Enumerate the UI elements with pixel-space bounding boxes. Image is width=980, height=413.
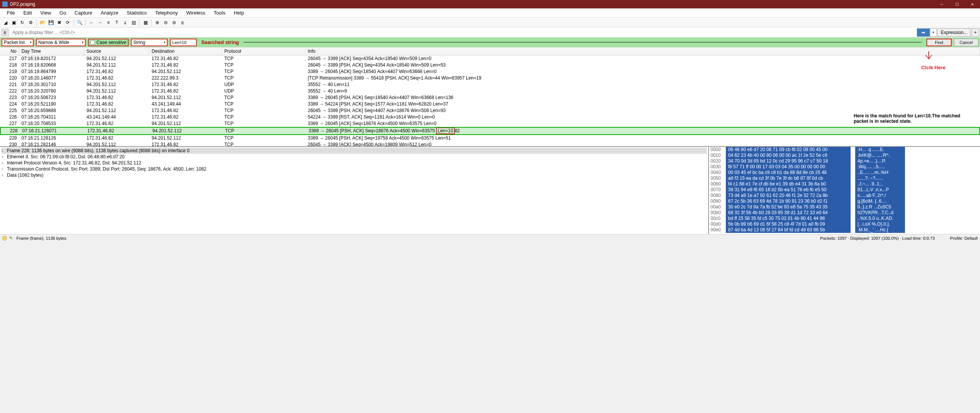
menu-file[interactable]: File bbox=[3, 9, 19, 16]
packet-list[interactable]: No Day Time Source Destination Protocol … bbox=[0, 47, 980, 147]
hex-row[interactable]: 00a030 e0 2c 7d 9a 7a fb 52 be 93 e8 5a … bbox=[709, 204, 980, 210]
menu-wireless[interactable]: Wireless bbox=[182, 9, 209, 16]
hex-row[interactable]: 001004 62 23 4b 40 00 80 06 00 00 ac 1f … bbox=[709, 153, 980, 158]
search-in-dropdown[interactable]: Packet list▾ bbox=[2, 39, 34, 46]
packet-bytes-pane[interactable]: 000006 48 80 e6 d7 20 06 71 09 cb f8 02 … bbox=[709, 147, 980, 234]
filter-bookmark-icon[interactable]: ▮ bbox=[1, 28, 9, 37]
hex-row[interactable]: 000006 48 80 e6 d7 20 06 71 09 cb f8 02 … bbox=[709, 147, 980, 153]
save-file-icon[interactable]: 💾 bbox=[47, 19, 55, 26]
stop-capture-icon[interactable]: ▣ bbox=[10, 19, 18, 26]
hex-row[interactable]: 00d05b 0b 89 b6 69 d1 6f 58 25 c8 4f 7d … bbox=[709, 221, 980, 227]
apply-filter-button[interactable]: ➡ bbox=[917, 28, 930, 37]
col-time-header[interactable]: Day Time bbox=[19, 47, 84, 55]
autoscroll-icon[interactable]: ▤ bbox=[130, 19, 137, 26]
col-destination-header[interactable]: Destination bbox=[149, 47, 222, 55]
minimize-button[interactable]: ─ bbox=[934, 0, 949, 8]
hex-row[interactable]: 007038 31 94 e9 f6 65 16 b2 6b ea 51 78 … bbox=[709, 187, 980, 193]
start-capture-icon[interactable]: ◢ bbox=[2, 19, 9, 26]
expert-info-led[interactable] bbox=[2, 236, 7, 241]
find-icon[interactable]: 🔍 bbox=[76, 19, 83, 26]
menu-view[interactable]: View bbox=[36, 9, 55, 16]
detail-line[interactable]: ›Frame 228: 1136 bytes on wire (9088 bit… bbox=[2, 148, 707, 154]
add-filter-button[interactable]: + bbox=[972, 28, 979, 37]
chevron-right-icon[interactable]: › bbox=[2, 154, 5, 159]
packet-list-header[interactable]: No Day Time Source Destination Protocol … bbox=[0, 47, 980, 55]
detail-line[interactable]: ›Ethernet II, Src: 06:71:09:cb:f8:02, Ds… bbox=[2, 154, 707, 160]
hex-row[interactable]: 004000 03 45 ef bc ba c9 c8 b1 da 86 6d … bbox=[709, 170, 980, 176]
packet-row[interactable]: 22307:16:20.506723172.31.46.8294.201.52.… bbox=[0, 94, 980, 101]
colorize-icon[interactable]: ▦ bbox=[142, 19, 149, 26]
search-type-dropdown[interactable]: String▾ bbox=[131, 39, 168, 46]
detail-line[interactable]: ›Internet Protocol Version 4, Src: 172.3… bbox=[2, 160, 707, 166]
case-sensitive-checkbox[interactable]: Case sensitive bbox=[88, 39, 129, 46]
packet-row[interactable]: 22607:16:20.70431143.241.149.44172.31.46… bbox=[0, 114, 980, 120]
menu-help[interactable]: Help bbox=[230, 9, 248, 16]
next-icon[interactable]: → bbox=[96, 19, 104, 26]
zoom-out-icon[interactable]: ⊖ bbox=[162, 19, 170, 26]
col-source-header[interactable]: Source bbox=[84, 47, 149, 55]
packet-row[interactable]: 22807:16:21.126071172.31.46.8294.201.52.… bbox=[0, 127, 980, 135]
menu-capture[interactable]: Capture bbox=[71, 9, 96, 16]
hex-row[interactable]: 002034 70 0d 3d 65 bd 12 0c cd 29 95 96 … bbox=[709, 158, 980, 164]
hex-row[interactable]: 0060f4 c1 66 e1 7e cf db be e1 39 db e4 … bbox=[709, 181, 980, 187]
prev-icon[interactable]: ← bbox=[88, 19, 95, 26]
detail-line[interactable]: ›Data (1082 bytes) bbox=[2, 172, 707, 178]
packet-row[interactable]: 23007:16:21.28214694.201.52.112172.31.46… bbox=[0, 141, 980, 147]
chevron-right-icon[interactable]: › bbox=[2, 166, 5, 172]
go-last-icon[interactable]: ⤓ bbox=[121, 19, 129, 26]
hex-row[interactable]: 00b068 32 3f 56 4b b0 26 03 85 38 d1 1d … bbox=[709, 210, 980, 216]
packet-row[interactable]: 21907:16:19.864799172.31.46.8294.201.52.… bbox=[0, 68, 980, 75]
resize-columns-icon[interactable]: ⫼ bbox=[179, 19, 186, 26]
detail-line[interactable]: ›Transmission Control Protocol, Src Port… bbox=[2, 166, 707, 172]
menu-edit[interactable]: Edit bbox=[20, 9, 36, 16]
chevron-right-icon[interactable]: › bbox=[2, 172, 5, 178]
go-first-icon[interactable]: ⤒ bbox=[113, 19, 121, 26]
packet-row[interactable]: 22407:16:20.521190172.31.46.8243.241.149… bbox=[0, 101, 980, 107]
display-filter-input[interactable] bbox=[10, 28, 917, 37]
hex-row[interactable]: 0030f8 57 71 ff 00 00 17 03 03 04 35 00 … bbox=[709, 164, 980, 170]
menu-go[interactable]: Go bbox=[56, 9, 70, 16]
edit-prefs-icon[interactable]: ✎ bbox=[9, 236, 13, 241]
chevron-right-icon[interactable]: › bbox=[2, 160, 5, 166]
zoom-reset-icon[interactable]: ⊜ bbox=[170, 19, 178, 26]
filter-history-dropdown[interactable]: ▾ bbox=[930, 28, 937, 37]
menu-telephony[interactable]: Telephony bbox=[151, 9, 181, 16]
menu-statistics[interactable]: Statistics bbox=[123, 9, 150, 16]
restart-capture-icon[interactable]: ↻ bbox=[18, 19, 26, 26]
maximize-button[interactable]: ☐ bbox=[949, 0, 965, 8]
hex-row[interactable]: 00c0bd ff 25 58 35 fd c5 30 75 02 01 4b … bbox=[709, 216, 980, 221]
packet-row[interactable]: 22007:16:20.146077172.31.46.82222.222.99… bbox=[0, 75, 980, 81]
col-protocol-header[interactable]: Protocol bbox=[222, 47, 305, 55]
packet-row[interactable]: 22907:16:21.126126172.31.46.8294.201.52.… bbox=[0, 135, 980, 141]
cancel-button[interactable]: Cancel bbox=[954, 39, 978, 46]
packet-details-pane[interactable]: ›Frame 228: 1136 bytes on wire (9088 bit… bbox=[0, 147, 709, 234]
hex-row[interactable]: 009067 2c 5b 36 63 69 4d 78 1b 90 91 23 … bbox=[709, 198, 980, 204]
search-value-input[interactable] bbox=[170, 39, 197, 46]
packet-row[interactable]: 22707:16:20.708533172.31.46.8294.201.52.… bbox=[0, 120, 980, 127]
packet-row[interactable]: 22507:16:20.65988894.201.52.112172.31.46… bbox=[0, 107, 980, 114]
packet-row[interactable]: 21707:16:19.82017294.201.52.112172.31.46… bbox=[0, 55, 980, 62]
zoom-in-icon[interactable]: ⊕ bbox=[154, 19, 161, 26]
status-profile[interactable]: Profile: Default bbox=[950, 236, 978, 241]
goto-icon[interactable]: ≡ bbox=[105, 19, 112, 26]
menu-analyze[interactable]: Analyze bbox=[97, 9, 122, 16]
hex-row[interactable]: 00e087 4d ba 4d 13 08 5f 27 84 bf fd cd … bbox=[709, 227, 980, 233]
packet-row[interactable]: 21807:16:19.82066894.201.52.112172.31.46… bbox=[0, 62, 980, 68]
col-info-header[interactable]: Info bbox=[305, 47, 980, 55]
chevron-right-icon[interactable]: › bbox=[2, 148, 5, 153]
menu-tools[interactable]: Tools bbox=[210, 9, 229, 16]
packet-row[interactable]: 22107:16:20.30171094.201.52.112172.31.46… bbox=[0, 81, 980, 88]
char-width-dropdown[interactable]: Narrow & Wide▾ bbox=[36, 39, 86, 46]
packet-row[interactable]: 22207:16:20.32078094.201.52.112172.31.46… bbox=[0, 88, 980, 94]
find-button[interactable]: Find bbox=[926, 39, 951, 46]
hex-row[interactable]: 008073 d4 a8 1e a7 92 61 62 20 46 f1 2e … bbox=[709, 193, 980, 198]
col-no-header[interactable]: No bbox=[0, 47, 19, 55]
case-sensitive-input[interactable] bbox=[90, 40, 95, 45]
close-file-icon[interactable]: ✖ bbox=[56, 19, 63, 26]
close-button[interactable]: ✕ bbox=[965, 0, 980, 8]
reload-icon[interactable]: ⟳ bbox=[64, 19, 72, 26]
expression-button[interactable]: Expression... bbox=[938, 28, 971, 37]
open-file-icon[interactable]: 📂 bbox=[39, 19, 46, 26]
hex-row[interactable]: 0050a8 f3 15 ea da cd 3f 0b 7e 3f dc b6 … bbox=[709, 176, 980, 181]
capture-options-icon[interactable]: ⚙ bbox=[27, 19, 34, 26]
